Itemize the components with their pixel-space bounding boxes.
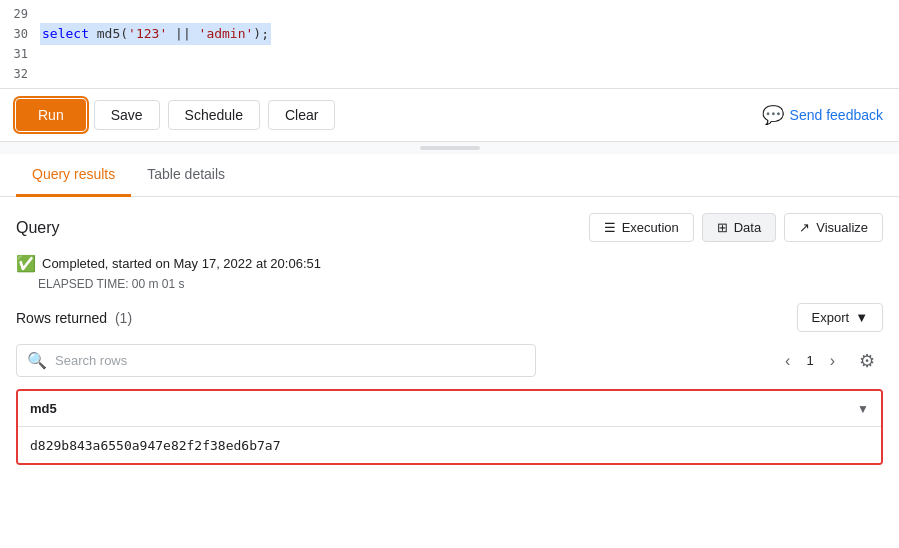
code-line-29: 29 — [0, 4, 899, 24]
prev-page-button[interactable]: ‹ — [777, 348, 798, 374]
line-number-31: 31 — [0, 44, 40, 64]
search-row: 🔍 ‹ 1 › ⚙ — [16, 344, 883, 377]
visualize-button[interactable]: ↗ Visualize — [784, 213, 883, 242]
line-code-30: select md5('123' || 'admin'); — [40, 23, 271, 45]
code-line-31: 31 — [0, 44, 899, 64]
export-button[interactable]: Export ▼ — [797, 303, 883, 332]
code-line-32: 32 — [0, 64, 899, 84]
code-editor[interactable]: 29 30 select md5('123' || 'admin'); 31 3… — [0, 0, 899, 89]
elapsed-time: ELAPSED TIME: 00 m 01 s — [38, 277, 883, 291]
table-settings-button[interactable]: ⚙ — [851, 346, 883, 376]
results-panel: Query ☰ Execution ⊞ Data ↗ Visualize ✅ C… — [0, 197, 899, 481]
query-header: Query ☰ Execution ⊞ Data ↗ Visualize — [16, 213, 883, 242]
rows-title-area: Rows returned (1) — [16, 310, 132, 326]
run-button[interactable]: Run — [16, 99, 86, 131]
feedback-icon: 💬 — [762, 104, 784, 126]
export-label: Export — [812, 310, 850, 325]
scroll-indicator — [0, 142, 899, 154]
status-line: ✅ Completed, started on May 17, 2022 at … — [16, 254, 883, 273]
tab-query-results[interactable]: Query results — [16, 154, 131, 197]
status-text: Completed, started on May 17, 2022 at 20… — [42, 256, 321, 271]
line-number-30: 30 — [0, 24, 40, 44]
query-title: Query — [16, 219, 60, 237]
line-number-29: 29 — [0, 4, 40, 24]
check-icon: ✅ — [16, 254, 36, 273]
send-feedback-button[interactable]: 💬 Send feedback — [762, 104, 883, 126]
search-box[interactable]: 🔍 — [16, 344, 536, 377]
search-icon: 🔍 — [27, 351, 47, 370]
export-chevron-icon: ▼ — [855, 310, 868, 325]
rows-title: Rows returned — [16, 310, 107, 326]
data-button[interactable]: ⊞ Data — [702, 213, 776, 242]
visualize-icon: ↗ — [799, 220, 810, 235]
data-table: md5 ▼ d829b843a6550a947e82f2f38ed6b7a7 — [16, 389, 883, 465]
save-button[interactable]: Save — [94, 100, 160, 130]
rows-section: Rows returned (1) Export ▼ — [16, 303, 883, 332]
tabs-bar: Query results Table details — [0, 154, 899, 197]
column-name: md5 — [30, 401, 57, 416]
code-line-30: 30 select md5('123' || 'admin'); — [0, 24, 899, 44]
status-section: ✅ Completed, started on May 17, 2022 at … — [16, 254, 883, 291]
table-header: md5 ▼ — [18, 391, 881, 427]
cell-value: d829b843a6550a947e82f2f38ed6b7a7 — [30, 438, 280, 453]
toolbar: Run Save Schedule Clear 💬 Send feedback — [0, 89, 899, 142]
schedule-button[interactable]: Schedule — [168, 100, 260, 130]
data-icon: ⊞ — [717, 220, 728, 235]
scroll-bar — [420, 146, 480, 150]
tab-table-details[interactable]: Table details — [131, 154, 241, 197]
table-body: d829b843a6550a947e82f2f38ed6b7a7 — [18, 427, 881, 463]
execution-button[interactable]: ☰ Execution — [589, 213, 694, 242]
page-number: 1 — [802, 353, 817, 368]
clear-button[interactable]: Clear — [268, 100, 335, 130]
sort-icon[interactable]: ▼ — [857, 402, 869, 416]
execution-icon: ☰ — [604, 220, 616, 235]
line-number-32: 32 — [0, 64, 40, 84]
search-input[interactable] — [55, 353, 525, 368]
rows-count: (1) — [115, 310, 132, 326]
feedback-label: Send feedback — [790, 107, 883, 123]
action-buttons: ☰ Execution ⊞ Data ↗ Visualize — [589, 213, 883, 242]
pagination: ‹ 1 › — [777, 348, 843, 374]
next-page-button[interactable]: › — [822, 348, 843, 374]
